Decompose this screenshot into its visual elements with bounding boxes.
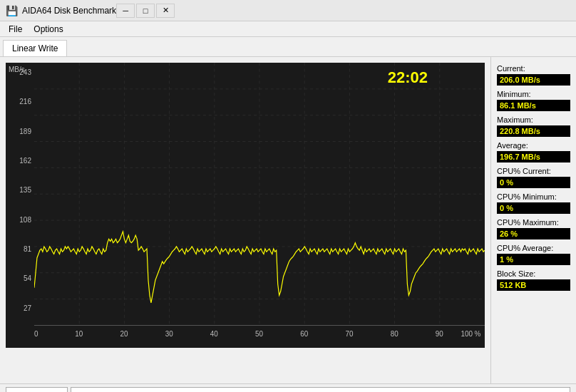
svg-text:40: 40 xyxy=(210,330,218,338)
cpu-current-value: 0 % xyxy=(497,177,570,188)
bottom-controls: Linear Write Disk Drive #1 [ZA240NM10001… xyxy=(0,383,576,392)
svg-text:10: 10 xyxy=(75,330,83,338)
title-bar-icon: 💾 xyxy=(6,5,18,16)
drive-dropdown[interactable]: Disk Drive #1 [ZA240NM10001] (223.6 GB) xyxy=(71,387,570,392)
menu-bar: File Options xyxy=(0,21,576,37)
current-label: Current: xyxy=(497,64,570,73)
svg-text:50: 50 xyxy=(255,330,263,338)
minimize-button[interactable]: ─ xyxy=(116,4,135,18)
title-bar: 💾 AIDA64 Disk Benchmark ─ □ ✕ xyxy=(0,0,576,21)
svg-text:30: 30 xyxy=(165,330,173,338)
maximize-button[interactable]: □ xyxy=(136,4,155,18)
tab-linear-write[interactable]: Linear Write xyxy=(3,40,67,56)
right-panel: Current: 206.0 MB/s Minimum: 86.1 MB/s M… xyxy=(490,57,576,383)
title-bar-text: AIDA64 Disk Benchmark xyxy=(22,6,116,16)
svg-text:0: 0 xyxy=(34,330,38,338)
close-button[interactable]: ✕ xyxy=(156,4,175,18)
cpu-average-value: 1 % xyxy=(497,254,570,265)
menu-file[interactable]: File xyxy=(3,23,28,36)
tab-bar: Linear Write xyxy=(0,37,576,57)
minimum-label: Minimum: xyxy=(497,90,570,98)
chart-area: MB/s 243 216 189 162 135 108 81 54 27 22… xyxy=(0,57,490,383)
average-value: 196.7 MB/s xyxy=(497,151,570,163)
title-bar-controls: ─ □ ✕ xyxy=(116,4,175,18)
minimum-value: 86.1 MB/s xyxy=(497,100,570,111)
svg-text:60: 60 xyxy=(300,330,308,338)
svg-text:90: 90 xyxy=(436,330,443,338)
time-display: 22:02 xyxy=(388,68,428,87)
cpu-minimum-label: CPU% Minimum: xyxy=(497,192,570,201)
svg-text:70: 70 xyxy=(345,330,353,338)
main-content: MB/s 243 216 189 162 135 108 81 54 27 22… xyxy=(0,57,576,383)
block-size-value: 512 KB xyxy=(497,279,570,291)
test-type-dropdown[interactable]: Linear Write xyxy=(6,387,68,392)
current-value: 206.0 MB/s xyxy=(497,74,570,86)
y-axis-label: MB/s xyxy=(9,66,25,73)
chart-container: MB/s 243 216 189 162 135 108 81 54 27 22… xyxy=(6,63,485,348)
cpu-minimum-value: 0 % xyxy=(497,202,570,214)
svg-text:100 %: 100 % xyxy=(461,330,480,338)
y-axis: 243 216 189 162 135 108 81 54 27 xyxy=(6,63,34,348)
average-label: Average: xyxy=(497,141,570,150)
maximum-value: 220.8 MB/s xyxy=(497,125,570,137)
block-size-label: Block Size: xyxy=(497,269,570,278)
svg-text:20: 20 xyxy=(120,330,128,338)
cpu-current-label: CPU% Current: xyxy=(497,167,570,175)
svg-text:80: 80 xyxy=(391,330,398,338)
maximum-label: Maximum: xyxy=(497,115,570,124)
cpu-maximum-value: 26 % xyxy=(497,228,570,239)
chart-plot: 22:02 xyxy=(34,63,485,348)
cpu-average-label: CPU% Average: xyxy=(497,244,570,252)
menu-options[interactable]: Options xyxy=(28,23,68,36)
controls-row1: Linear Write Disk Drive #1 [ZA240NM10001… xyxy=(6,387,570,392)
chart-svg: 0 10 20 30 40 50 60 70 80 90 100 % xyxy=(34,63,485,348)
cpu-maximum-label: CPU% Maximum: xyxy=(497,218,570,227)
